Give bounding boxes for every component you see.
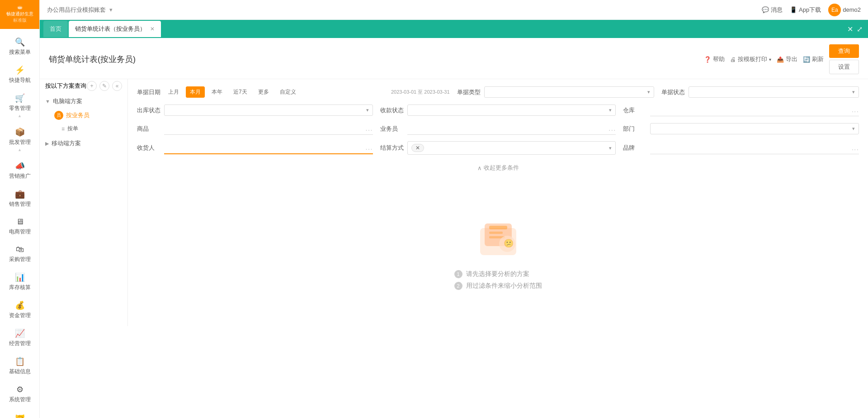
finance-icon: 💰 (15, 300, 25, 310)
payment-select[interactable]: ✕ ▾ (407, 141, 616, 155)
out-status-select[interactable]: ▾ (164, 104, 373, 116)
help-icon: ❓ (704, 56, 711, 63)
date-btn-custom[interactable]: 自定义 (276, 86, 300, 98)
staff-label: 业务员 (380, 125, 404, 133)
export-button[interactable]: 📤 导出 (777, 55, 797, 63)
doc-type-select[interactable]: ▾ (484, 86, 655, 98)
scheme-collapse-button[interactable]: « (112, 81, 122, 91)
expand-window-icon[interactable]: ⤢ (857, 25, 863, 33)
date-btn-more[interactable]: 更多 (254, 86, 273, 98)
sidebar-item-basic-label: 基础信息 (9, 368, 31, 375)
sidebar-item-sales[interactable]: 💼 销售管理 (0, 185, 39, 213)
help-label: 帮助 (713, 55, 725, 63)
sidebar-item-marketing-label: 营销推广 (9, 172, 31, 180)
collapse-button[interactable]: ∧ 收起更多条件 (477, 164, 519, 172)
scheme-sub-item-by-doc[interactable]: ≡ 按单 (45, 123, 122, 135)
scheme-group-desktop-arrow-icon: ▼ (45, 99, 50, 104)
receipt-status-arrow-icon: ▾ (609, 107, 612, 113)
breadcrumb: 办公用品行业模拟账套 (47, 6, 106, 14)
query-button[interactable]: 查询 (829, 44, 859, 58)
filter-row-2: 出库状态 ▾ 收款状态 ▾ (137, 104, 859, 116)
marketing-icon: 📣 (15, 161, 25, 171)
refresh-label: 刷新 (812, 55, 824, 63)
app-download-icon: 📱 (790, 6, 797, 13)
payment-clear-x-icon[interactable]: ✕ (415, 145, 420, 151)
sidebar-item-operations[interactable]: 📈 经营管理 (0, 324, 39, 352)
scheme-item-by-staff-label: 按业务员 (66, 111, 90, 119)
scheme-sub-item-by-doc-label: 按单 (67, 125, 78, 133)
sidebar-item-basic[interactable]: 📋 基础信息 (0, 352, 39, 380)
close-window-icon[interactable]: ✕ (847, 25, 853, 33)
template-print-label: 按模板打印 (738, 55, 767, 63)
template-print-button[interactable]: 🖨 按模板打印 ▾ (730, 55, 771, 63)
doc-status-select[interactable]: ▾ (689, 86, 859, 98)
scheme-group-mobile-arrow-icon: ▶ (45, 141, 49, 147)
sidebar-item-finance[interactable]: 💰 资金管理 (0, 296, 39, 324)
date-range: 上月 本月 本年 近7天 更多 自定义 (164, 86, 384, 98)
brand-more-button[interactable]: ... (852, 144, 859, 152)
scheme-item-by-staff[interactable]: 员 按业务员 (45, 108, 122, 123)
svg-rect-5 (489, 232, 503, 234)
sidebar-item-purchase[interactable]: 🛍 采购管理 (0, 240, 39, 268)
receipt-status-select[interactable]: ▾ (407, 104, 616, 116)
out-status-arrow-icon: ▾ (366, 107, 369, 113)
sidebar: 畅捷 畅捷通好生意 标准版 🔍 搜索菜单 ⚡ 快捷导航 🛒 零售管理 ▲ 📦 批… (0, 0, 40, 418)
sidebar-item-wholesale[interactable]: 📦 批发管理 ▲ (0, 123, 39, 157)
retail-arrow-icon: ▲ (18, 114, 22, 118)
warehouse-more-button[interactable]: ... (852, 106, 859, 114)
sidebar-item-shortcuts[interactable]: ⚡ 快捷导航 (0, 61, 39, 89)
message-button[interactable]: 💬 消息 (762, 6, 783, 14)
doc-type-label: 单据类型 (457, 88, 481, 96)
consignee-more-button[interactable]: ... (365, 143, 373, 152)
tab-sales-report[interactable]: 销货单统计表（按业务员） ✕ (69, 21, 161, 37)
staff-more-button[interactable]: ... (609, 124, 616, 133)
sidebar-item-search-label: 搜索菜单 (9, 48, 31, 56)
page-actions: ❓ 帮助 🖨 按模板打印 ▾ 📤 导出 🔄 刷新 (704, 44, 859, 74)
filter-doc-type: 单据类型 ▾ (457, 86, 655, 98)
filter-row-4: 收货人 ... 结算方式 ✕ (137, 141, 859, 155)
filter-consignee: 收货人 ... (137, 142, 373, 154)
tip-num-2: 2 (454, 282, 462, 290)
scheme-edit-button[interactable]: ✎ (99, 81, 109, 91)
filter-staff: 业务员 ... (380, 123, 616, 135)
empty-tip-2: 2 用过滤条件来缩小分析范围 (454, 282, 542, 290)
sidebar-item-search[interactable]: 🔍 搜索菜单 (0, 33, 39, 61)
message-icon: 💬 (762, 6, 769, 13)
sidebar-item-marketing[interactable]: 📣 营销推广 (0, 157, 39, 185)
date-range-display: 2023-03-01 至 2023-03-31 (391, 89, 450, 95)
sidebar-item-system[interactable]: ⚙ 系统管理 (0, 380, 39, 408)
sidebar-item-retail[interactable]: 🛒 零售管理 ▲ (0, 89, 39, 123)
date-btn-this-year[interactable]: 本年 (208, 86, 226, 98)
sidebar-item-enterprise[interactable]: 🤝 企业协同 (0, 408, 39, 418)
tab-sales-report-label: 销货单统计表（按业务员） (75, 25, 146, 33)
date-btn-last-month[interactable]: 上月 (164, 86, 183, 98)
sidebar-item-ecommerce[interactable]: 🖥 电商管理 (0, 213, 39, 240)
date-btn-this-month[interactable]: 本月 (186, 86, 205, 98)
scheme-group-mobile-header[interactable]: ▶ 移动端方案 (45, 137, 122, 150)
goods-label: 商品 (137, 125, 160, 133)
user-profile[interactable]: Ea demo2 (828, 4, 861, 16)
basic-icon: 📋 (15, 356, 25, 366)
goods-more-button[interactable]: ... (365, 124, 373, 133)
dept-select[interactable]: ▾ (650, 123, 859, 134)
breadcrumb-arrow-icon[interactable]: ▾ (109, 6, 113, 13)
sidebar-item-operations-label: 经营管理 (9, 340, 31, 347)
scheme-add-button[interactable]: + (87, 81, 97, 91)
scheme-group-desktop-header[interactable]: ▼ 电脑端方案 (45, 95, 122, 108)
warehouse-label: 仓库 (623, 106, 646, 114)
app-download-button[interactable]: 📱 App下载 (790, 6, 821, 14)
date-label: 单据日期 (137, 88, 160, 96)
tabbar: 首页 销货单统计表（按业务员） ✕ ✕ ⤢ (40, 20, 868, 38)
sidebar-item-inventory[interactable]: 📊 库存核算 (0, 268, 39, 296)
tab-close-icon[interactable]: ✕ (150, 26, 155, 32)
filter-payment: 结算方式 ✕ ▾ (380, 141, 616, 155)
help-button[interactable]: ❓ 帮助 (704, 55, 725, 63)
tab-home[interactable]: 首页 (43, 21, 68, 37)
refresh-button[interactable]: 🔄 刷新 (803, 55, 824, 63)
tab-home-label: 首页 (50, 25, 61, 33)
settings-button[interactable]: 设置 (829, 60, 859, 74)
export-label: 导出 (786, 55, 797, 63)
svg-text:😕: 😕 (504, 238, 514, 248)
date-btn-last-7[interactable]: 近7天 (229, 86, 251, 98)
page-header: 销货单统计表(按业务员) ❓ 帮助 🖨 按模板打印 ▾ 📤 导出 (40, 38, 868, 79)
